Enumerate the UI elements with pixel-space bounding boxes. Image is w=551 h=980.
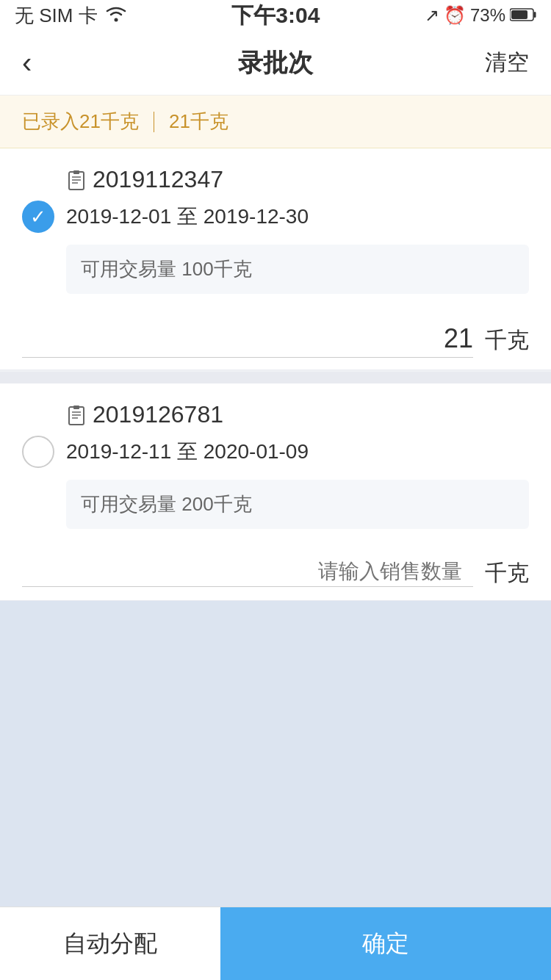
batch-card-1: 2019112347 ✓ 2019-12-01 至 2019-12-30 可用交… xyxy=(0,148,551,370)
svg-rect-4 xyxy=(69,172,84,190)
sim-status: 无 SIM 卡 xyxy=(15,3,98,29)
svg-rect-8 xyxy=(73,170,79,174)
battery-icon xyxy=(510,5,536,26)
section-separator xyxy=(0,372,551,383)
batch2-quantity-input[interactable] xyxy=(22,560,473,583)
batch2-id-row: 2019126781 xyxy=(66,401,529,428)
status-right: ↗ ⏰ 73% xyxy=(425,5,536,26)
main-content: 已录入21千克 21千克 2019112347 xyxy=(0,96,551,980)
confirm-button[interactable]: 确定 xyxy=(220,907,551,980)
recorded-label: 已录入21千克 xyxy=(22,109,139,134)
batch2-input-row: 千克 xyxy=(0,547,551,601)
batch1-quantity-row: 21 千克 xyxy=(0,311,551,370)
svg-rect-9 xyxy=(69,407,84,425)
back-button[interactable]: ‹ xyxy=(22,46,66,79)
batch2-radio[interactable] xyxy=(22,436,54,468)
batch2-unit: 千克 xyxy=(485,558,529,588)
batch1-icon xyxy=(66,168,87,192)
batch-card-2: 2019126781 2019-12-11 至 2020-01-09 可用交易量… xyxy=(0,383,551,601)
batch2-icon xyxy=(66,403,87,427)
batch2-input-wrap[interactable] xyxy=(22,560,473,587)
page-title: 录批次 xyxy=(238,46,313,80)
recorded-value: 21千克 xyxy=(169,109,228,134)
status-time: 下午3:04 xyxy=(231,1,320,31)
batch1-id-row: 2019112347 xyxy=(66,166,529,193)
location-icon: ↗ xyxy=(425,5,439,26)
svg-rect-13 xyxy=(73,406,79,409)
batch1-date-row[interactable]: ✓ 2019-12-01 至 2019-12-30 xyxy=(22,201,529,233)
info-banner: 已录入21千克 21千克 xyxy=(0,96,551,148)
svg-point-0 xyxy=(114,18,118,21)
svg-rect-2 xyxy=(533,12,536,18)
batch1-available: 可用交易量 100千克 xyxy=(66,245,529,294)
batch1-quantity-value[interactable]: 21 xyxy=(444,323,473,354)
svg-rect-3 xyxy=(511,10,527,19)
battery-percent: 73% xyxy=(470,5,505,26)
alarm-icon: ⏰ xyxy=(444,5,466,26)
status-left: 无 SIM 卡 xyxy=(15,3,127,29)
clear-button[interactable]: 清空 xyxy=(485,48,529,78)
bottom-bar: 自动分配 确定 xyxy=(0,907,551,980)
batch1-unit: 千克 xyxy=(485,325,529,356)
empty-area xyxy=(0,601,551,909)
batch1-id: 2019112347 xyxy=(93,166,223,193)
check-icon: ✓ xyxy=(30,207,46,226)
batch2-date-row[interactable]: 2019-12-11 至 2020-01-09 xyxy=(22,436,529,468)
wifi-icon xyxy=(105,4,127,27)
batch1-date: 2019-12-01 至 2019-12-30 xyxy=(66,203,309,231)
batch1-input-wrap: 21 xyxy=(22,323,473,358)
batch2-available: 可用交易量 200千克 xyxy=(66,480,529,529)
auto-distribute-button[interactable]: 自动分配 xyxy=(0,907,220,980)
batch2-id: 2019126781 xyxy=(93,401,223,428)
status-bar: 无 SIM 卡 下午3:04 ↗ ⏰ 73% xyxy=(0,0,551,31)
batch1-radio[interactable]: ✓ xyxy=(22,201,54,233)
batch2-date: 2019-12-11 至 2020-01-09 xyxy=(66,438,309,466)
nav-bar: ‹ 录批次 清空 xyxy=(0,31,551,96)
info-divider xyxy=(154,112,154,132)
